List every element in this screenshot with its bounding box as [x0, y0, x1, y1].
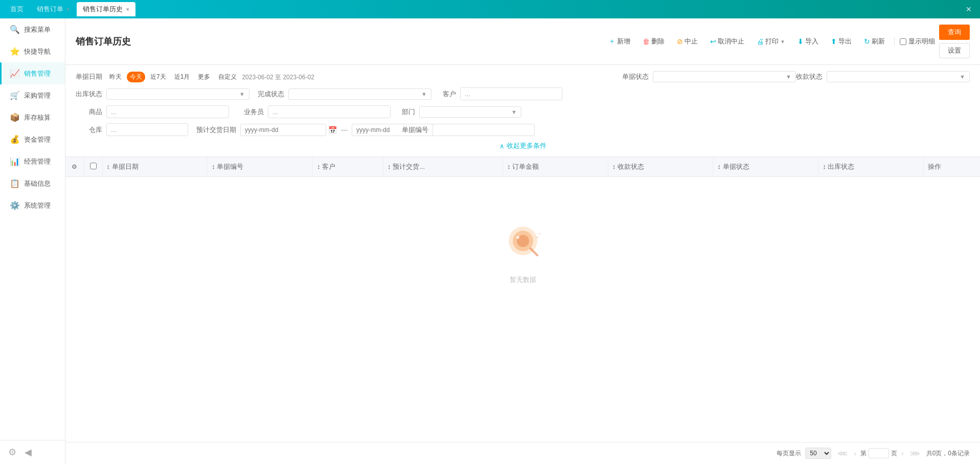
table-footer: 每页显示 50 10 20 100 ⋘ ‹ 第 1 页 › ⋙ 共0页，0条记录 [65, 442, 980, 464]
toolbar: ＋ 新增 🗑 删除 ⊘ 中止 ↩ 取消中止 [604, 25, 970, 58]
sidebar-item-system[interactable]: ⚙️ 系统管理 [0, 194, 65, 216]
sidebar-item-basics[interactable]: 📋 基础信息 [0, 172, 65, 194]
display-cols-checkbox[interactable] [900, 38, 906, 45]
completion-status-select[interactable]: ▼ [288, 89, 431, 100]
refresh-button[interactable]: ↻ 刷新 [860, 35, 889, 48]
date-btn-today[interactable]: 今天 [127, 72, 145, 82]
order-status-select[interactable]: ▼ [653, 71, 796, 82]
sidebar-item-sales[interactable]: 📈 销售管理 [0, 62, 65, 84]
print-arrow-icon: ▼ [780, 39, 785, 45]
sidebar-item-search[interactable]: 🔍 搜索菜单 [0, 18, 65, 40]
col-delivery-status-label: ↕ 出库状态 [823, 163, 854, 170]
cancel-stop-button[interactable]: ↩ 取消中止 [706, 35, 748, 48]
print-button[interactable]: 🖨 打印 ▼ [753, 35, 789, 48]
import-button[interactable]: ⬇ 导入 [793, 35, 823, 48]
product-label: 商品 [76, 107, 106, 117]
print-label: 打印 [765, 37, 779, 46]
sidebar-item-finance[interactable]: 💰 资金管理 [0, 128, 65, 150]
order-no-label: 单据编号 [402, 125, 432, 135]
main-layout: 🔍 搜索菜单 ⭐ 快捷导航 📈 销售管理 🛒 采购管理 📦 库存核算 💰 资金管… [0, 18, 980, 464]
sidebar-item-operations[interactable]: 📊 经营管理 [0, 150, 65, 172]
data-table: ⚙ ↕ 单据日期 ↕ 单据编号 ↕ 客户 ↕ 预计交货... [65, 157, 980, 325]
cancel-stop-label: 取消中止 [718, 37, 744, 46]
order-no-input[interactable] [432, 124, 535, 136]
import-icon: ⬇ [797, 37, 804, 46]
delivery-status-label: 出库状态 [76, 90, 106, 99]
export-button[interactable]: ⬆ 导出 [827, 35, 856, 48]
prev-page-button[interactable]: ‹ [852, 448, 858, 458]
tab-sales-order[interactable]: 销售订单 × [31, 2, 76, 16]
settings-bottom-icon[interactable]: ⚙ [8, 447, 16, 458]
customer-select[interactable]: ... [460, 87, 562, 100]
col-payment-status-label: ↕ 收款状态 [612, 163, 644, 170]
sidebar-item-purchase[interactable]: 🛒 采购管理 [0, 84, 65, 106]
sidebar-item-quicknav[interactable]: ⭐ 快捷导航 [0, 40, 65, 62]
svg-point-4 [516, 236, 519, 239]
settings-button[interactable]: 设置 [939, 43, 970, 58]
col-settings[interactable]: ⚙ [65, 157, 84, 177]
date-range-buttons: 昨天 今天 近7天 近1月 更多 自定义 [106, 72, 240, 82]
select-all-checkbox[interactable] [90, 163, 97, 169]
order-status-label: 单据状态 [622, 72, 653, 81]
delivery-date-range: 📅 — 📅 [240, 124, 394, 136]
col-check[interactable] [84, 157, 102, 177]
sidebar-label-purchase: 采购管理 [24, 91, 51, 100]
col-customer: ↕ 客户 [312, 157, 383, 177]
collapse-filter-button[interactable]: ∧ 收起更多条件 [76, 141, 970, 150]
delete-label: 删除 [651, 37, 665, 46]
date-btn-1month[interactable]: 近1月 [171, 72, 193, 82]
calendar-start-icon[interactable]: 📅 [328, 126, 337, 134]
tab-sales-order-history-label: 销售订单历史 [83, 5, 123, 14]
close-tab-sales-order-icon[interactable]: × [66, 6, 70, 12]
per-page-select[interactable]: 50 10 20 100 [805, 448, 831, 459]
date-btn-custom[interactable]: 自定义 [215, 72, 240, 82]
basics-icon: 📋 [10, 179, 20, 188]
sales-icon: 📈 [10, 69, 20, 78]
delete-button[interactable]: 🗑 删除 [639, 35, 669, 48]
dept-select[interactable]: ▼ [419, 106, 521, 118]
sidebar-item-inventory[interactable]: 📦 库存核算 [0, 106, 65, 128]
add-button[interactable]: ＋ 新增 [604, 35, 634, 48]
sidebar-label-search: 搜索菜单 [24, 25, 51, 34]
display-cols-toggle[interactable]: 显示明细 [900, 37, 935, 46]
sidebar-label-inventory: 库存核算 [24, 113, 51, 122]
current-page-input[interactable]: 1 [869, 448, 889, 458]
close-tab-sales-order-history-icon[interactable]: × [126, 6, 129, 12]
query-button[interactable]: 查询 [939, 25, 970, 40]
payment-status-select[interactable]: ▼ [827, 71, 970, 82]
first-page-button[interactable]: ⋘ [835, 448, 850, 458]
stop-button[interactable]: ⊘ 中止 [673, 35, 702, 48]
tab-sales-order-history[interactable]: 销售订单历史 × [77, 2, 135, 16]
purchase-icon: 🛒 [10, 91, 20, 100]
dept-arrow-icon: ▼ [511, 109, 517, 115]
product-value: ... [111, 108, 117, 116]
delivery-date-start-input[interactable] [240, 124, 326, 136]
tab-home[interactable]: 首页 [4, 2, 30, 16]
next-page-button[interactable]: › [899, 448, 906, 458]
date-range-text: 2023-06-02 至 2023-06-02 [242, 73, 314, 82]
delete-icon: 🗑 [643, 37, 650, 46]
sidebar-label-sales: 销售管理 [24, 69, 51, 78]
page-title: 销售订单历史 [76, 35, 131, 48]
payment-status-arrow-icon: ▼ [960, 74, 965, 80]
search-menu-icon: 🔍 [10, 25, 20, 34]
col-delivery-date-label: ↕ 预计交货... [388, 163, 425, 170]
warehouse-value: ... [111, 126, 117, 134]
date-dash: — [341, 126, 348, 134]
warehouse-select[interactable]: ... [106, 123, 188, 136]
close-all-tabs-icon[interactable]: ✕ [962, 5, 976, 13]
salesperson-select[interactable]: ... [268, 105, 391, 118]
stop-icon: ⊘ [677, 37, 683, 46]
cancel-stop-icon: ↩ [710, 37, 716, 46]
date-btn-7days[interactable]: 近7天 [147, 72, 169, 82]
date-btn-yesterday[interactable]: 昨天 [106, 72, 125, 82]
product-select[interactable]: ... [106, 105, 229, 118]
tab-sales-order-label: 销售订单 [37, 5, 63, 14]
sidebar-label-operations: 经营管理 [24, 157, 51, 166]
payment-status-label: 收款状态 [796, 72, 827, 81]
completion-status-label: 完成状态 [258, 90, 288, 99]
collapse-sidebar-icon[interactable]: ◀ [25, 447, 32, 458]
last-page-button[interactable]: ⋙ [908, 448, 922, 458]
delivery-status-select[interactable]: ▼ [106, 89, 249, 100]
date-btn-more[interactable]: 更多 [195, 72, 213, 82]
